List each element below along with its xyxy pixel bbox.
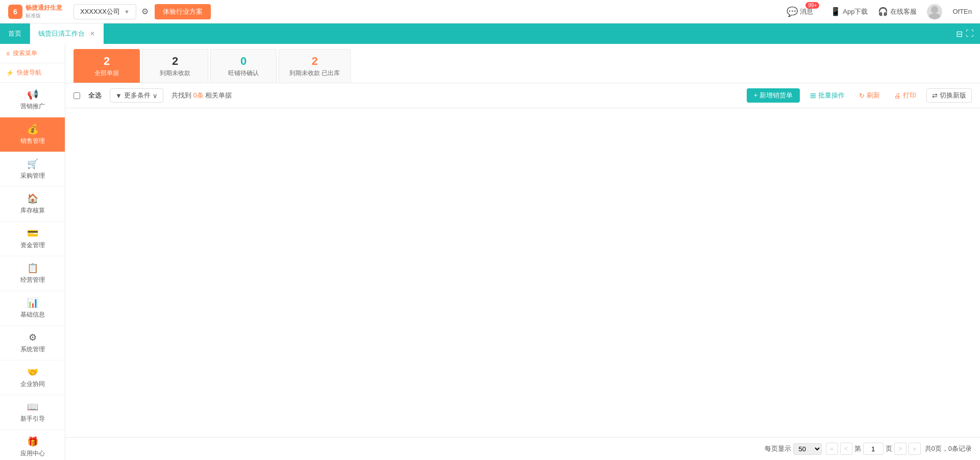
page-size-selector: 每页显示 50 100 200 <box>765 443 822 455</box>
prev-page-btn[interactable]: < <box>840 443 852 455</box>
stat-label-shipped: 到期未收款 已出库 <box>289 69 340 78</box>
print-btn[interactable]: 🖨 打印 <box>890 89 920 102</box>
stat-count-overdue: 2 <box>153 55 198 68</box>
stats-tabs: 2 全部单据 2 到期未收款 0 旺铺待确认 2 到期未收款 已出库 <box>65 44 980 83</box>
sidebar-item-basics-label: 基础信息 <box>20 310 45 319</box>
top-header: 6 畅捷通好生意 标准版 XXXXXX公司 ▼ ⚙ 体验行业方案 💬 消息 99… <box>0 0 980 23</box>
tab-minimize-icon[interactable]: ⊟ <box>956 29 963 39</box>
select-all-label: 全选 <box>88 91 102 100</box>
tab-expand-icon[interactable]: ⛶ <box>966 29 974 38</box>
sidebar-item-collaboration[interactable]: 🤝 企业协同 <box>0 360 65 395</box>
sidebar-item-inventory[interactable]: 🏠 库存核算 <box>0 187 65 222</box>
logo-main: 畅捷通好生意 <box>26 4 62 12</box>
stat-tab-shipped[interactable]: 2 到期未收款 已出库 <box>279 49 351 83</box>
stat-tab-all[interactable]: 2 全部单据 <box>74 49 140 83</box>
company-selector[interactable]: XXXXXX公司 ▼ <box>74 4 136 19</box>
print-icon: 🖨 <box>894 92 901 100</box>
message-icon: 💬 <box>787 6 798 17</box>
batch-operation-btn[interactable]: ⊞ 批量操作 <box>806 89 849 102</box>
content-area: 2 全部单据 2 到期未收款 0 旺铺待确认 2 到期未收款 已出库 全选 ▼ … <box>65 44 980 460</box>
avatar[interactable] <box>927 4 942 19</box>
app-download-label: App下载 <box>843 7 868 16</box>
tab-home[interactable]: 首页 <box>0 23 30 44</box>
stat-count-shipped: 2 <box>289 55 340 68</box>
sales-icon: 💰 <box>27 124 38 135</box>
batch-label: 批量操作 <box>818 91 845 100</box>
switch-version-btn[interactable]: ⇄ 切换新版 <box>926 88 972 103</box>
inventory-icon: 🏠 <box>27 193 38 204</box>
sidebar-item-finance-label: 资金管理 <box>20 241 45 250</box>
pagination: 每页显示 50 100 200 « < 第 页 > » 共0页，0条记录 <box>65 437 980 460</box>
add-sales-order-btn[interactable]: + 新增销货单 <box>747 88 800 103</box>
table-area <box>65 108 980 437</box>
user-name: OfTEn <box>952 8 972 15</box>
logo-sub: 标准版 <box>26 12 62 19</box>
stat-tab-pending[interactable]: 0 旺铺待确认 <box>210 49 277 83</box>
sidebar-item-basics[interactable]: 📊 基础信息 <box>0 291 65 326</box>
trial-button[interactable]: 体验行业方案 <box>155 4 211 19</box>
tab-work-station[interactable]: 钱货日清工作台 ✕ <box>30 23 104 44</box>
sidebar: ≡ 搜索菜单 ⚡ 快捷导航 📢 营销推广 💰 销售管理 🛒 采购管理 🏠 库存核… <box>0 44 65 460</box>
found-count: 共找到 0条 相关单据 <box>172 91 232 100</box>
logo-area: 6 畅捷通好生意 标准版 <box>8 4 74 19</box>
sidebar-item-marketing-label: 营销推广 <box>20 102 45 111</box>
sidebar-item-sales[interactable]: 💰 销售管理 <box>0 117 65 152</box>
stat-count-all: 2 <box>84 55 129 68</box>
tab-close-icon[interactable]: ✕ <box>90 30 95 37</box>
finance-icon: 💳 <box>27 228 38 239</box>
sidebar-item-guide[interactable]: 📖 新手引导 <box>0 395 65 430</box>
basics-icon: 📊 <box>27 297 38 308</box>
refresh-icon: ↻ <box>859 92 865 100</box>
svg-point-0 <box>931 6 938 13</box>
settings-icon-btn[interactable]: ⚙ <box>141 7 149 16</box>
sidebar-search-label: 搜索菜单 <box>13 49 37 58</box>
next-page-btn[interactable]: > <box>894 443 906 455</box>
sidebar-item-marketing[interactable]: 📢 营销推广 <box>0 83 65 117</box>
tab-work-station-label: 钱货日清工作台 <box>38 29 85 38</box>
page-label: 第 <box>854 444 861 453</box>
last-page-btn[interactable]: » <box>909 443 921 455</box>
sidebar-item-app-center[interactable]: 🎁 应用中心 <box>0 430 65 460</box>
sidebar-item-system-label: 系统管理 <box>20 345 45 354</box>
page-size-select[interactable]: 50 100 200 <box>793 443 822 455</box>
app-download-item[interactable]: 📱 App下载 <box>830 7 868 16</box>
online-service-label: 在线客服 <box>890 7 917 16</box>
first-page-btn[interactable]: « <box>826 443 838 455</box>
main-layout: ≡ 搜索菜单 ⚡ 快捷导航 📢 营销推广 💰 销售管理 🛒 采购管理 🏠 库存核… <box>0 44 980 460</box>
empty-state <box>65 108 980 437</box>
guide-icon: 📖 <box>27 401 38 413</box>
sidebar-item-system[interactable]: ⚙ 系统管理 <box>0 326 65 360</box>
operations-icon: 📋 <box>27 262 38 274</box>
search-icon: ≡ <box>6 50 10 57</box>
sidebar-quick-nav-label: 快捷导航 <box>17 68 41 77</box>
sidebar-search[interactable]: ≡ 搜索菜单 <box>0 44 65 63</box>
sidebar-item-app-center-label: 应用中心 <box>20 449 45 458</box>
tab-home-label: 首页 <box>8 29 21 38</box>
company-dropdown-icon: ▼ <box>124 9 130 15</box>
stat-tab-overdue[interactable]: 2 到期未收款 <box>142 49 208 83</box>
sidebar-item-purchase[interactable]: 🛒 采购管理 <box>0 152 65 187</box>
sidebar-item-finance[interactable]: 💳 资金管理 <box>0 222 65 256</box>
messages-item[interactable]: 💬 消息 99+ <box>787 6 813 17</box>
stat-label-pending: 旺铺待确认 <box>221 69 266 78</box>
tab-bar: 首页 钱货日清工作台 ✕ ⊟ ⛶ <box>0 23 980 44</box>
filter-button[interactable]: ▼ 更多条件 ∨ <box>110 88 163 103</box>
headset-icon: 🎧 <box>878 7 888 16</box>
sidebar-item-guide-label: 新手引导 <box>20 415 45 423</box>
system-icon: ⚙ <box>29 332 37 343</box>
refresh-btn[interactable]: ↻ 刷新 <box>855 89 884 102</box>
filter-dropdown-icon: ∨ <box>153 92 158 100</box>
sidebar-quick-nav[interactable]: ⚡ 快捷导航 <box>0 63 65 83</box>
stat-count-pending: 0 <box>221 55 266 68</box>
sidebar-item-operations[interactable]: 📋 经营管理 <box>0 256 65 291</box>
sidebar-item-purchase-label: 采购管理 <box>20 172 45 180</box>
filter-icon: ▼ <box>115 92 122 100</box>
sidebar-item-inventory-label: 库存核算 <box>20 206 45 215</box>
page-number-input[interactable] <box>863 443 884 455</box>
stat-label-all: 全部单据 <box>84 69 129 78</box>
found-prefix: 共找到 <box>172 91 191 99</box>
collaboration-icon: 🤝 <box>27 367 38 378</box>
online-service-item[interactable]: 🎧 在线客服 <box>878 7 917 16</box>
select-all-checkbox[interactable] <box>74 92 80 99</box>
found-suffix: 相关单据 <box>205 91 232 99</box>
